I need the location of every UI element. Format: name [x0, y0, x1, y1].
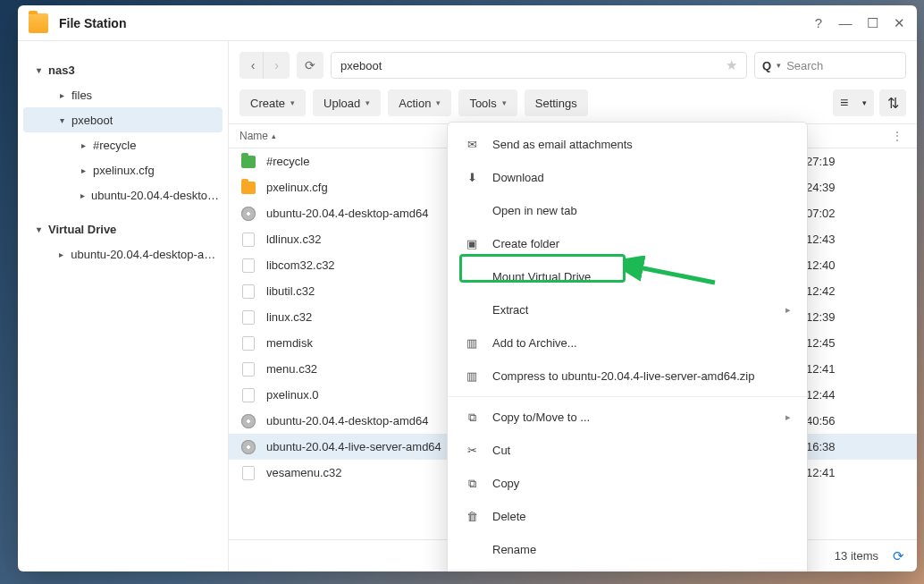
- menu-label: Open in new tab: [492, 204, 577, 217]
- tools-button[interactable]: Tools▾: [458, 89, 517, 116]
- menu-label: Delete: [492, 510, 526, 523]
- sort-icon: ⇅: [887, 95, 899, 112]
- tree-label: files: [71, 89, 92, 102]
- menu-label: Cut: [492, 444, 510, 457]
- mail-icon: ✉: [464, 137, 480, 153]
- tree-label: #recycle: [93, 139, 136, 152]
- file-icon: [239, 464, 257, 482]
- download-icon: ⬇: [464, 170, 480, 186]
- close-icon[interactable]: ✕: [892, 16, 906, 30]
- sort-button[interactable]: ⇅: [879, 89, 906, 116]
- blank-icon: [464, 302, 480, 318]
- menu-label: Create folder: [492, 237, 559, 250]
- view-mode-button[interactable]: ≡▾: [833, 89, 874, 116]
- disc-icon: [239, 205, 257, 223]
- action-button[interactable]: Action▾: [388, 89, 451, 116]
- menu-label: Copy: [492, 477, 519, 490]
- titlebar: File Station ? — ☐ ✕: [18, 5, 917, 41]
- menu-label: Rename: [492, 543, 536, 556]
- caret-icon: ▾: [34, 224, 43, 233]
- file-time: 07:02: [806, 207, 906, 220]
- menu-label: Add to Archive...: [492, 336, 577, 350]
- menu-item[interactable]: ✉Send as email attachments: [448, 128, 807, 161]
- menu-label: Copy to/Move to ...: [492, 410, 590, 424]
- file-icon: [239, 386, 257, 404]
- nav-forward-button[interactable]: ›: [263, 52, 290, 79]
- blank-icon: [464, 203, 480, 219]
- upload-button[interactable]: Upload▾: [313, 89, 381, 116]
- sidebar-item[interactable]: ▸files: [18, 82, 228, 107]
- help-icon[interactable]: ?: [811, 16, 826, 30]
- caret-icon: ▸: [79, 190, 86, 199]
- file-time: 12:41: [806, 466, 906, 479]
- menu-item[interactable]: ▥Add to Archive...: [448, 326, 807, 360]
- minimize-icon[interactable]: —: [838, 16, 853, 30]
- caret-down-icon: ▾: [34, 65, 43, 74]
- file-time: 40:56: [806, 414, 906, 427]
- sidebar-item[interactable]: ▸#recycle: [18, 132, 228, 157]
- file-icon: [239, 283, 257, 300]
- maximize-icon[interactable]: ☐: [865, 16, 879, 30]
- file-icon: [239, 334, 257, 352]
- sidebar-item[interactable]: ▸ubuntu-20.04.4-desktop-amd64: [18, 241, 228, 267]
- menu-label: Mount Virtual Drive: [492, 270, 591, 284]
- search-input[interactable]: Q▾ Search: [754, 52, 906, 79]
- menu-item[interactable]: ⧉Copy to/Move to ...▸: [448, 401, 807, 434]
- menu-item[interactable]: ▥Compress to ubuntu-20.04.4-live-server-…: [448, 360, 807, 393]
- context-menu: ✉Send as email attachments⬇DownloadOpen …: [447, 122, 808, 571]
- file-icon: [239, 257, 257, 275]
- file-time: 12:41: [806, 362, 906, 376]
- menu-item[interactable]: ⧉Copy: [448, 467, 807, 500]
- copy-icon: ⧉: [464, 476, 480, 492]
- file-time: 12:42: [806, 284, 906, 298]
- menu-item[interactable]: ✂Cut: [448, 434, 807, 467]
- list-icon: ≡: [840, 95, 848, 111]
- topbar: ‹ › ⟳ pxeboot ★ Q▾ Search: [229, 41, 917, 86]
- app-icon: [29, 13, 48, 33]
- create-button[interactable]: Create▾: [239, 89, 306, 116]
- sidebar-item[interactable]: ▾Virtual Drive: [18, 216, 228, 241]
- file-icon: [239, 360, 257, 378]
- menu-label: Send as email attachments: [492, 138, 633, 151]
- menu-item[interactable]: Mount Virtual Drive: [448, 260, 807, 293]
- column-menu-icon[interactable]: ⋮: [888, 130, 906, 142]
- file-time: 12:45: [806, 336, 906, 350]
- favorite-icon[interactable]: ★: [726, 57, 737, 73]
- file-time: 12:40: [806, 258, 906, 272]
- file-time: 27:19: [806, 155, 906, 168]
- menu-item[interactable]: ⬇Download: [448, 161, 807, 194]
- tree-label: pxelinux.cfg: [93, 164, 155, 177]
- refresh-button[interactable]: ⟳: [297, 52, 323, 79]
- menu-label: Download: [492, 171, 544, 184]
- tree-root[interactable]: ▾ nas3: [18, 57, 228, 82]
- item-count: 13 items: [835, 549, 878, 563]
- menu-item[interactable]: Open in new tab: [448, 194, 807, 227]
- sidebar-item[interactable]: ▸ubuntu-20.04.4-desktop-amd64: [18, 182, 228, 207]
- settings-button[interactable]: Settings: [525, 89, 588, 116]
- file-time: 12:39: [806, 310, 906, 324]
- menu-item[interactable]: Extract▸: [448, 293, 807, 326]
- caret-icon: ▸: [79, 165, 88, 174]
- tree-label: pxeboot: [71, 114, 113, 127]
- trash-icon: 🗑: [464, 509, 480, 525]
- folder-plus-icon: ▣: [464, 236, 480, 252]
- menu-label: Compress to ubuntu-20.04.4-live-server-a…: [492, 369, 754, 383]
- chevron-right-icon: ▸: [785, 411, 791, 423]
- menu-item[interactable]: 🗑Delete: [448, 500, 807, 533]
- status-refresh-icon[interactable]: ⟳: [893, 548, 904, 564]
- file-time: 12:44: [806, 388, 906, 402]
- sidebar-item[interactable]: ▸pxelinux.cfg: [18, 157, 228, 182]
- archive-icon: ▥: [464, 335, 480, 351]
- sidebar-item[interactable]: ▾pxeboot: [23, 107, 223, 132]
- menu-item[interactable]: Rename: [448, 533, 807, 566]
- caret-icon: ▸: [79, 140, 88, 149]
- path-bar[interactable]: pxeboot ★: [331, 52, 747, 79]
- folder-yellow-icon: [239, 179, 257, 197]
- caret-icon: ▾: [57, 115, 66, 124]
- search-icon: Q: [762, 59, 771, 72]
- caret-icon: ▸: [57, 90, 66, 99]
- menu-item[interactable]: ▣Create folder: [448, 227, 807, 260]
- file-time: 16:38: [806, 440, 906, 453]
- file-time: 24:39: [806, 181, 906, 194]
- tree-label: ubuntu-20.04.4-desktop-amd64: [91, 189, 221, 202]
